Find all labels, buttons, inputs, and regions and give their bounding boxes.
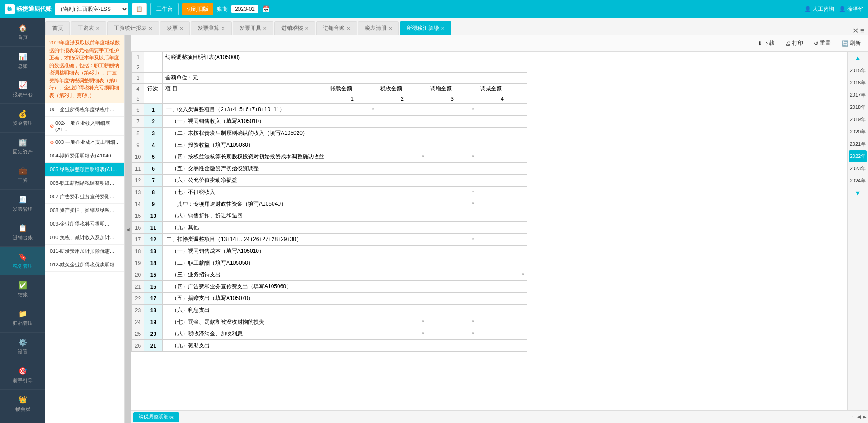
v3-10[interactable] (427, 222, 477, 234)
v1-15[interactable] (327, 281, 377, 293)
year-prev-btn[interactable]: ▲ (848, 52, 868, 64)
item-cell-19[interactable]: （八）税收滞纳金、加收利息 (163, 328, 327, 340)
v4-15[interactable] (477, 281, 527, 293)
v3-4[interactable]: * (427, 151, 477, 163)
item-cell-10[interactable]: （九）其他 (163, 222, 327, 234)
tab-close-8[interactable]: ✕ (388, 26, 392, 31)
sidebar-item-11[interactable]: ⚙️设置 (0, 333, 45, 361)
v2-19[interactable]: * (377, 328, 427, 340)
sidebar-item-4[interactable]: 🏢固定资产 (0, 133, 45, 161)
tab-close-5[interactable]: ✕ (263, 26, 267, 31)
year-item-7[interactable]: 2022年 (849, 150, 867, 162)
sidebar-item-6[interactable]: 🧾发票管理 (0, 190, 45, 218)
sidebar-item-8[interactable]: 🔖税务管理 (0, 247, 45, 275)
year-item-1[interactable]: 2016年 (849, 77, 867, 89)
v1-18[interactable] (327, 316, 377, 328)
item-cell-7[interactable]: （七）不征税收入 (163, 187, 327, 198)
v2-7[interactable] (377, 187, 427, 198)
v2-4[interactable]: * (377, 151, 427, 163)
v1-13[interactable] (327, 257, 377, 269)
v2-13[interactable] (377, 257, 427, 269)
year-item-2[interactable]: 2017年 (849, 89, 867, 101)
v4-14[interactable]: * (477, 269, 527, 281)
v4-9[interactable] (477, 210, 527, 222)
v1-1[interactable] (327, 116, 377, 128)
item-cell-9[interactable]: （八）销售折扣、折让和退回 (163, 210, 327, 222)
tab-4[interactable]: 发票测算✕ (191, 21, 232, 35)
v2-5[interactable] (377, 163, 427, 175)
form-item-3[interactable]: 004-期间费用明细表(A1040... (45, 149, 124, 163)
form-item-9[interactable]: 010-免税、减计收入及加计... (45, 231, 124, 245)
form-item-11[interactable]: 012-减免企业所得税优惠明细... (45, 258, 124, 272)
v4-0[interactable] (477, 104, 527, 116)
v3-15[interactable] (427, 281, 477, 293)
tab-prev-btn[interactable]: ✕ (853, 26, 858, 35)
sidebar-item-12[interactable]: 🎯新手引导 (0, 361, 45, 390)
v1-2[interactable] (327, 128, 377, 139)
v2-20[interactable] (377, 340, 427, 352)
collapse-toggle[interactable]: ◀ (125, 35, 131, 423)
v2-6[interactable] (377, 175, 427, 187)
support-btn[interactable]: 👤 人工咨询 (804, 5, 834, 13)
v4-11[interactable] (477, 234, 527, 246)
v1-17[interactable] (327, 305, 377, 316)
v2-12[interactable] (377, 246, 427, 257)
sidebar-item-9[interactable]: ✅结账 (0, 275, 45, 304)
tab-close-9[interactable]: ✕ (441, 26, 445, 31)
form-item-5[interactable]: 006-职工薪酬纳税调整明细... (45, 177, 124, 190)
v3-7[interactable]: * (427, 187, 477, 198)
form-item-4[interactable]: 005-纳税调整项目明细表(A1... (45, 163, 124, 177)
form-item-10[interactable]: 011-研发费用加计扣除优惠... (45, 245, 124, 258)
v2-10[interactable] (377, 222, 427, 234)
item-cell-3[interactable]: （三）投资收益（填写A105030） (163, 139, 327, 151)
item-cell-15[interactable]: （四）广告费和业务宣传费支出（填写A105060） (163, 281, 327, 293)
item-cell-5[interactable]: （五）交易性金融资产初始投资调整 (163, 163, 327, 175)
v3-14[interactable] (427, 269, 477, 281)
v3-19[interactable]: * (427, 328, 477, 340)
year-next-btn[interactable]: ▼ (848, 187, 868, 200)
v1-8[interactable] (327, 198, 377, 210)
tab-close-6[interactable]: ✕ (305, 26, 308, 31)
v4-2[interactable] (477, 128, 527, 139)
v3-8[interactable]: * (427, 198, 477, 210)
v3-9[interactable] (427, 210, 477, 222)
v3-0[interactable]: * (427, 104, 477, 116)
user-btn[interactable]: 👤 徐泽华 (839, 5, 863, 13)
item-cell-18[interactable]: （七）罚金、罚款和被没收财物的损失 (163, 316, 327, 328)
item-cell-4[interactable]: （四）按权益法核算长期股权投资对初始投资成本调整确认收益 (163, 151, 327, 163)
item-cell-13[interactable]: （二）职工薪酬（填写A105050） (163, 257, 327, 269)
item-cell-20[interactable]: （九）赞助支出 (163, 340, 327, 352)
v4-6[interactable] (477, 175, 527, 187)
refresh-btn[interactable]: 🔄 刷新 (839, 38, 863, 49)
v4-10[interactable] (477, 222, 527, 234)
copy-btn[interactable]: 📋 (132, 3, 147, 15)
sidebar-item-5[interactable]: 💼工资 (0, 161, 45, 190)
tab-9[interactable]: 所得税汇算缴✕ (400, 21, 451, 35)
v3-12[interactable] (427, 246, 477, 257)
unpin-btn[interactable]: ◀◀ 取消固定 (0, 418, 45, 423)
tab-close-4[interactable]: ✕ (221, 26, 225, 31)
item-cell-1[interactable]: （一）视同销售收入（填写A105010） (163, 116, 327, 128)
v4-1[interactable] (477, 116, 527, 128)
v3-5[interactable] (427, 163, 477, 175)
sidebar-item-10[interactable]: 📁归档管理 (0, 304, 45, 333)
item-cell-8[interactable]: 其中：专项用途财政性资金（填写A105040） (163, 198, 327, 210)
year-item-5[interactable]: 2020年 (849, 126, 867, 138)
v3-1[interactable] (427, 116, 477, 128)
tab-7[interactable]: 进销台账✕ (316, 21, 357, 35)
v4-4[interactable] (477, 151, 527, 163)
sidebar-item-2[interactable]: 📈报表中心 (0, 75, 45, 104)
v3-11[interactable]: * (427, 234, 477, 246)
scroll-left-icon[interactable]: ⋮ (850, 414, 855, 420)
v1-16[interactable] (327, 293, 377, 305)
year-item-3[interactable]: 2018年 (849, 101, 867, 113)
sidebar-item-3[interactable]: 💰资金管理 (0, 104, 45, 133)
v4-16[interactable] (477, 293, 527, 305)
v2-2[interactable] (377, 128, 427, 139)
v1-12[interactable] (327, 246, 377, 257)
item-cell-14[interactable]: （三）业务招待支出 (163, 269, 327, 281)
v2-18[interactable]: * (377, 316, 427, 328)
v3-6[interactable] (427, 175, 477, 187)
v1-11[interactable] (327, 234, 377, 246)
tab-close-1[interactable]: ✕ (96, 26, 99, 31)
